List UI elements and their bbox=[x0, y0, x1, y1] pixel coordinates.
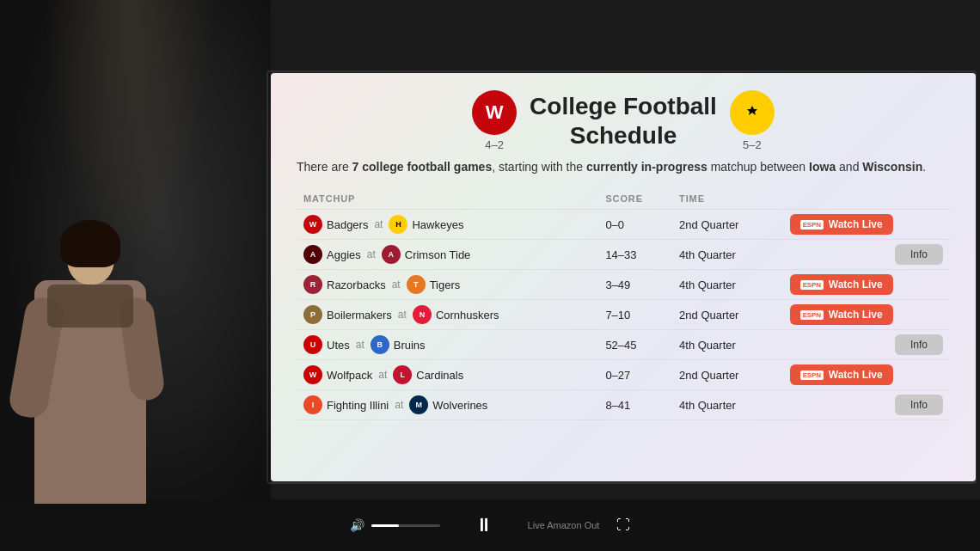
watch-live-label: Watch Live bbox=[829, 369, 883, 381]
team2-logo bbox=[730, 90, 775, 135]
team2-name: Hawkeyes bbox=[412, 218, 463, 231]
presenter-area bbox=[0, 0, 271, 551]
col-action bbox=[783, 190, 950, 210]
team1-logo: W bbox=[472, 90, 517, 135]
action-cell: ESPNWatch Live bbox=[783, 210, 950, 240]
schedule-description: There are 7 college football games, star… bbox=[297, 158, 941, 176]
score-cell: 0–27 bbox=[598, 360, 672, 390]
watch-live-label: Watch Live bbox=[829, 309, 883, 321]
info-button[interactable]: Info bbox=[895, 334, 943, 355]
matchup-cell: U Utes at B Bruins bbox=[297, 330, 598, 360]
team2-name: Bruins bbox=[394, 339, 426, 352]
pause-button[interactable]: ⏸ bbox=[457, 514, 511, 536]
matchup-cell: R Razorbacks at T Tigers bbox=[297, 270, 598, 300]
main-screen: W 4–2 College Football Schedule 5–2 Ther… bbox=[271, 73, 976, 481]
team2-name: Wolverines bbox=[432, 399, 487, 412]
score-cell: 7–10 bbox=[598, 300, 672, 330]
schedule-header: W 4–2 College Football Schedule 5–2 bbox=[297, 90, 950, 151]
team1-icon: W bbox=[303, 365, 322, 384]
team2-icon: T bbox=[407, 275, 426, 294]
watch-live-label: Watch Live bbox=[829, 218, 883, 230]
team2-name: Tigers bbox=[430, 279, 461, 291]
score-cell: 14–33 bbox=[598, 240, 672, 270]
schedule-table: MATCHUP SCORE TIME W Badgers at H Hawkey… bbox=[297, 190, 950, 420]
team1-icon: P bbox=[303, 305, 322, 324]
table-row: R Razorbacks at T Tigers 3–494th Quarter… bbox=[297, 270, 950, 300]
info-button[interactable]: Info bbox=[895, 395, 943, 415]
at-separator: at bbox=[395, 399, 403, 411]
schedule-title-block: College Football Schedule bbox=[530, 92, 717, 150]
watch-live-button[interactable]: ESPNWatch Live bbox=[790, 304, 893, 325]
time-cell: 4th Quarter bbox=[672, 270, 783, 300]
action-cell: ESPNWatch Live bbox=[783, 360, 950, 390]
schedule-title: College Football Schedule bbox=[530, 92, 717, 150]
table-row: I Fighting Illini at M Wolverines 8–414t… bbox=[297, 390, 950, 420]
team1-name: Wolfpack bbox=[327, 369, 372, 382]
action-cell: Info bbox=[783, 240, 950, 270]
team1-icon: W bbox=[303, 215, 322, 234]
time-cell: 2nd Quarter bbox=[672, 210, 783, 240]
team2-icon: B bbox=[371, 335, 389, 354]
watch-live-button[interactable]: ESPNWatch Live bbox=[790, 214, 893, 235]
table-row: W Wolfpack at L Cardinals 0–272nd Quarte… bbox=[297, 360, 950, 390]
team2-name: Crimson Tide bbox=[405, 248, 471, 261]
watch-live-button[interactable]: ESPNWatch Live bbox=[790, 274, 893, 295]
team2-icon: L bbox=[393, 365, 412, 384]
action-cell: ESPNWatch Live bbox=[783, 270, 950, 300]
col-time: TIME bbox=[672, 190, 783, 210]
team1-name: Aggies bbox=[327, 248, 361, 261]
team1-icon: A bbox=[303, 245, 322, 264]
info-button[interactable]: Info bbox=[895, 244, 943, 265]
matchup-cell: I Fighting Illini at M Wolverines bbox=[297, 390, 598, 420]
team2-record: 5–2 bbox=[743, 138, 762, 151]
team1-name: Utes bbox=[327, 339, 350, 352]
table-row: W Badgers at H Hawkeyes 0–02nd QuarterES… bbox=[297, 210, 950, 240]
espn-badge: ESPN bbox=[800, 220, 824, 230]
volume-control: 🔊 bbox=[350, 518, 440, 532]
matchup-cell: P Boilermakers at N Cornhuskers bbox=[297, 300, 598, 330]
team1-icon: I bbox=[303, 395, 322, 414]
volume-icon: 🔊 bbox=[350, 518, 364, 532]
team1-icon: R bbox=[303, 275, 322, 294]
at-separator: at bbox=[378, 369, 387, 381]
time-cell: 4th Quarter bbox=[672, 330, 783, 360]
bottom-bar: 🔊 ⏸ Live Amazon Out ⛶ bbox=[0, 499, 980, 551]
watch-live-button[interactable]: ESPNWatch Live bbox=[790, 364, 893, 385]
at-separator: at bbox=[398, 309, 407, 321]
at-separator: at bbox=[392, 279, 401, 291]
time-cell: 4th Quarter bbox=[672, 390, 783, 420]
team2-logo-block: 5–2 bbox=[730, 90, 775, 151]
score-cell: 52–45 bbox=[598, 330, 672, 360]
table-row: U Utes at B Bruins 52–454th QuarterInfo bbox=[297, 330, 950, 360]
team1-name: Fighting Illini bbox=[327, 399, 389, 412]
score-cell: 0–0 bbox=[598, 210, 672, 240]
watch-live-label: Watch Live bbox=[829, 279, 883, 291]
team1-name: Boilermakers bbox=[327, 309, 392, 321]
matchup-cell: W Wolfpack at L Cardinals bbox=[297, 360, 598, 390]
team2-icon: N bbox=[413, 305, 432, 324]
team1-icon: U bbox=[303, 335, 322, 354]
volume-track[interactable] bbox=[371, 524, 440, 527]
time-cell: 2nd Quarter bbox=[672, 300, 783, 330]
time-cell: 2nd Quarter bbox=[672, 360, 783, 390]
col-score: SCORE bbox=[598, 190, 672, 210]
team1-logo-block: W 4–2 bbox=[472, 90, 517, 151]
matchup-cell: W Badgers at H Hawkeyes bbox=[297, 210, 598, 240]
presenter-silhouette bbox=[34, 229, 146, 504]
score-cell: 3–49 bbox=[598, 270, 672, 300]
team2-icon: A bbox=[382, 245, 401, 264]
score-cell: 8–41 bbox=[598, 390, 672, 420]
fullscreen-button[interactable]: ⛶ bbox=[616, 517, 630, 533]
table-row: A Aggies at A Crimson Tide 14–334th Quar… bbox=[297, 240, 950, 270]
action-cell: Info bbox=[783, 330, 950, 360]
espn-badge: ESPN bbox=[800, 280, 824, 290]
at-separator: at bbox=[356, 339, 364, 351]
action-cell: Info bbox=[783, 390, 950, 420]
team1-abbr: W bbox=[486, 101, 504, 124]
at-separator: at bbox=[367, 248, 376, 260]
volume-fill bbox=[371, 524, 399, 527]
espn-badge: ESPN bbox=[800, 370, 824, 380]
col-matchup: MATCHUP bbox=[297, 190, 598, 210]
espn-badge: ESPN bbox=[800, 310, 824, 320]
matchup-cell: A Aggies at A Crimson Tide bbox=[297, 240, 598, 270]
